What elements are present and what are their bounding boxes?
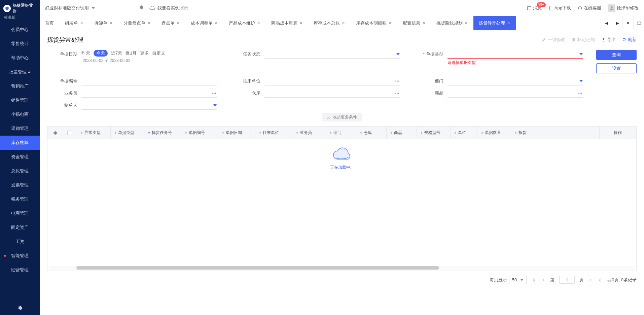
close-icon[interactable]: ✕ [147, 21, 150, 25]
sidebar-item-16[interactable]: 智能管理 [0, 249, 40, 263]
tabs-prev-button[interactable]: ◀ [601, 16, 612, 30]
date-custom[interactable]: 自定义 [152, 50, 165, 56]
first-page-button[interactable]: |‹ [531, 277, 537, 282]
sidebar-item-2[interactable]: 帮助中心 [0, 51, 40, 65]
th-col-13[interactable]: ▲▼拣货 [511, 127, 531, 139]
sidebar-item-14[interactable]: 固定资产 [0, 220, 40, 235]
horizontal-scrollbar[interactable] [49, 266, 634, 270]
tabs-expand-button[interactable] [633, 16, 644, 30]
scrollbar-thumb[interactable] [76, 266, 439, 270]
sidebar-settings[interactable] [0, 302, 40, 315]
app-download-button[interactable]: App下载 [548, 5, 571, 11]
tab-1[interactable]: 组装单✕ [60, 16, 89, 30]
table-config-button[interactable] [47, 127, 62, 139]
page-number-input[interactable]: 1 [559, 276, 575, 284]
tab-2[interactable]: 拆卸单✕ [89, 16, 118, 30]
user-menu[interactable]: 徐泽华修改 [608, 4, 639, 12]
salesman-input[interactable]: ⋯ [81, 89, 217, 98]
tab-6[interactable]: 产品成本维护✕ [223, 16, 266, 30]
close-icon[interactable]: ✕ [299, 21, 302, 25]
tabs-next-button[interactable]: ▶ [612, 16, 622, 30]
sidebar-item-13[interactable]: 电商管理 [0, 206, 40, 220]
sidebar-item-7[interactable]: 采购管理 [0, 121, 40, 136]
query-button[interactable]: 查询 [596, 50, 637, 60]
th-col-6[interactable]: ▲▼业务员 [292, 127, 326, 139]
warehouse-input[interactable]: ⋯ [264, 89, 400, 98]
dept-select[interactable] [448, 77, 583, 85]
sidebar-item-9[interactable]: 资金管理 [0, 150, 40, 164]
date-more[interactable]: 更多 [140, 50, 149, 56]
goods-input[interactable]: ⋯ [448, 89, 583, 98]
date-month[interactable]: 近1月 [126, 50, 137, 56]
tab-4[interactable]: 盘点单✕ [156, 16, 185, 30]
close-icon[interactable]: ✕ [507, 21, 510, 25]
export-button[interactable]: 导出 [601, 37, 616, 43]
sidebar-item-15[interactable]: 工资 [0, 235, 40, 249]
refresh-button[interactable]: 刷新 [622, 37, 637, 43]
collapse-filters-button[interactable]: ︽ 收起更多条件 [322, 113, 362, 121]
sidebar-item-1[interactable]: 零售统计 [0, 37, 40, 51]
close-icon[interactable]: ✕ [80, 21, 83, 25]
doc-no-input[interactable] [81, 77, 217, 85]
select-all-checkbox[interactable] [62, 127, 77, 139]
partner-input[interactable]: ⋯ [264, 77, 400, 85]
date-today[interactable]: 今天 [94, 50, 108, 57]
tab-0[interactable]: 首页 [40, 16, 60, 30]
tabs-close-button[interactable]: ✕ [622, 16, 633, 30]
close-icon[interactable]: ✕ [257, 21, 260, 25]
th-col-5[interactable]: ▲▼往来单位 [255, 127, 292, 139]
product-selector[interactable]: 好业财标准版交付试用 [45, 5, 133, 11]
prev-page-button[interactable]: ‹ [541, 277, 545, 282]
sidebar-item-4[interactable]: 营销推广 [0, 79, 40, 93]
th-col-1[interactable]: ▲▼单据类型 [111, 127, 144, 139]
th-col-0[interactable]: ▲▼异常类型 [77, 127, 111, 139]
sidebar-item-12[interactable]: 税务管理 [0, 192, 40, 206]
page-size-select[interactable]: 50 [509, 276, 527, 284]
close-icon[interactable]: ✕ [177, 21, 180, 25]
sidebar-item-6[interactable]: 小畅电商 [0, 107, 40, 121]
task-status-select[interactable] [264, 50, 400, 59]
tab-12[interactable]: 拣货异常处理✕ [473, 16, 516, 30]
last-page-button[interactable]: ›| [598, 277, 603, 282]
sidebar-item-3[interactable]: 批发管理 [0, 65, 40, 79]
th-col-4[interactable]: ▲▼单据日期 [218, 127, 255, 139]
sidebar-item-0[interactable]: 会员中心 [0, 23, 40, 37]
tab-3[interactable]: 分量盘点单✕ [118, 16, 156, 30]
sidebar-item-5[interactable]: 销售管理 [0, 93, 40, 107]
th-col-12[interactable]: ▲▼单据数量 [477, 127, 511, 139]
tab-8[interactable]: 库存成本总账✕ [308, 16, 351, 30]
settings-button[interactable]: 设置 [596, 63, 637, 73]
sidebar-item-8[interactable]: 库存核算 [0, 136, 40, 150]
th-col-7[interactable]: ▲▼部门 [326, 127, 356, 139]
messages-button[interactable]: 消息 99+ [527, 5, 542, 11]
tab-9[interactable]: 库存成本明细账✕ [351, 16, 397, 30]
tab-10[interactable]: 配置信息✕ [397, 16, 431, 30]
mark-known-button[interactable]: 标记已知 [571, 37, 595, 43]
topbar-settings-button[interactable] [139, 5, 143, 11]
next-page-button[interactable]: › [588, 277, 593, 282]
th-col-10[interactable]: ▲▼规格型号 [417, 127, 451, 139]
sidebar-item-11[interactable]: 发票管理 [0, 178, 40, 192]
batch-edit-button[interactable]: 一键修改 [542, 37, 565, 43]
date-yesterday[interactable]: 昨天 [81, 50, 90, 56]
close-icon[interactable]: ✕ [422, 21, 425, 25]
demo-link[interactable]: 我要看实例演示 [149, 5, 188, 11]
close-icon[interactable]: ✕ [342, 21, 345, 25]
date-week[interactable]: 近7天 [111, 50, 122, 56]
th-col-9[interactable]: ▲▼商品 [387, 127, 417, 139]
doc-type-select[interactable] [448, 50, 583, 59]
close-icon[interactable]: ✕ [389, 21, 392, 25]
tab-5[interactable]: 成本调整单✕ [185, 16, 223, 30]
th-col-8[interactable]: ▲▼仓库 [356, 127, 387, 139]
tab-11[interactable]: 拣货路线规划✕ [431, 16, 473, 30]
th-col-3[interactable]: ▲▼单据编号 [181, 127, 218, 139]
support-button[interactable]: 在线客服 [578, 5, 601, 11]
close-icon[interactable]: ✕ [215, 21, 218, 25]
sidebar-item-17[interactable]: 经营管理 [0, 263, 40, 277]
close-icon[interactable]: ✕ [465, 21, 468, 25]
sidebar-item-10[interactable]: 总账管理 [0, 164, 40, 178]
th-col-11[interactable]: ▲▼单位 [451, 127, 477, 139]
th-col-2[interactable]: ▲▼拣货任务号 [144, 127, 181, 139]
close-icon[interactable]: ✕ [109, 21, 112, 25]
tab-7[interactable]: 商品成本重算✕ [266, 16, 308, 30]
